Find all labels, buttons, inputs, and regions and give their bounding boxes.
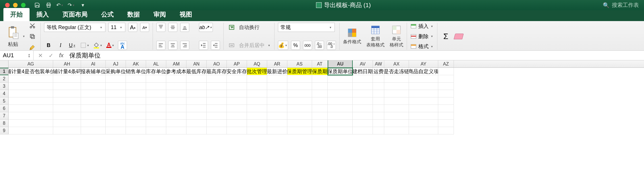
cell-AM7[interactable] xyxy=(166,112,186,120)
align-top-button[interactable] xyxy=(156,23,165,32)
cell-AR1[interactable]: 最新进价 xyxy=(267,68,287,75)
cell-AQ3[interactable] xyxy=(247,83,267,90)
cell-AM6[interactable] xyxy=(166,105,186,112)
clear-button[interactable] xyxy=(454,32,463,41)
cell-AN4[interactable] xyxy=(186,90,207,97)
cell-AP4[interactable] xyxy=(227,90,247,97)
delete-cells-button[interactable]: 删除▾ xyxy=(410,33,434,40)
cell-AW8[interactable] xyxy=(373,120,384,127)
column-header-AR[interactable]: AR xyxy=(267,60,287,67)
column-header-AT[interactable]: AT xyxy=(312,60,328,67)
column-header-AW[interactable]: AW xyxy=(373,60,384,67)
cell-AL1[interactable]: 库存单位 xyxy=(146,68,166,75)
name-box-stepper[interactable]: ▲▼ xyxy=(28,53,30,58)
cell-AY2[interactable] xyxy=(409,75,438,83)
cell-AS9[interactable] xyxy=(287,127,312,134)
column-header-AJ[interactable]: AJ xyxy=(106,60,126,67)
cell-AP5[interactable] xyxy=(227,97,247,105)
column-header-AV[interactable]: AV xyxy=(353,60,373,67)
merge-dropdown[interactable]: ▾ xyxy=(267,44,271,47)
cell-AP3[interactable] xyxy=(227,83,247,90)
underline-button[interactable]: U▾ xyxy=(68,41,77,50)
column-header-AL[interactable]: AL xyxy=(146,60,166,67)
font-name-select[interactable]: 等线 Regular (正文)▾ xyxy=(44,23,105,32)
cell-AQ5[interactable] xyxy=(247,97,267,105)
cell-AN5[interactable] xyxy=(186,97,207,105)
copy-button[interactable] xyxy=(28,32,37,41)
number-format-select[interactable]: 常规▾ xyxy=(278,23,335,32)
cell-AK9[interactable] xyxy=(126,127,146,134)
cell-AX2[interactable] xyxy=(384,75,409,83)
cell-AX8[interactable] xyxy=(384,120,409,127)
search-box[interactable]: 🔍 搜索工作表 xyxy=(598,1,644,9)
cell-AL7[interactable] xyxy=(146,112,166,120)
cell-AP2[interactable] xyxy=(227,75,247,83)
minimize-window-button[interactable] xyxy=(13,3,18,7)
cell-AQ6[interactable] xyxy=(247,105,267,112)
paste-button[interactable]: 粘贴 xyxy=(6,25,20,48)
cell-AK4[interactable] xyxy=(126,90,146,97)
tab-公式[interactable]: 公式 xyxy=(94,8,121,21)
currency-button[interactable]: 💰▾ xyxy=(278,41,288,50)
cell-AO2[interactable] xyxy=(207,75,227,83)
cell-AV3[interactable] xyxy=(353,83,373,90)
column-header-AG[interactable]: AG xyxy=(9,60,53,67)
align-center-button[interactable] xyxy=(168,41,177,50)
cell-AS5[interactable] xyxy=(287,97,312,105)
spreadsheet-grid[interactable]: AGAHAIAJAKALAMANAOAPAQARASATAUAVAWAXAYAZ… xyxy=(0,60,644,134)
cell-AT4[interactable] xyxy=(312,90,328,97)
wrap-text-icon[interactable] xyxy=(227,23,236,32)
cell-AO8[interactable] xyxy=(207,120,227,127)
cell-AI5[interactable] xyxy=(81,97,106,105)
cell-AU6[interactable] xyxy=(328,105,353,112)
cell-AP7[interactable] xyxy=(227,112,247,120)
cell-AR6[interactable] xyxy=(267,105,287,112)
cell-AJ3[interactable] xyxy=(106,83,126,90)
cell-AR7[interactable] xyxy=(267,112,287,120)
cell-AS8[interactable] xyxy=(287,120,312,127)
cell-AX9[interactable] xyxy=(384,127,409,134)
cell-AU4[interactable] xyxy=(328,90,353,97)
wrap-text-label[interactable]: 自动换行 xyxy=(239,24,259,31)
cell-AV5[interactable] xyxy=(353,97,373,105)
column-header-AH[interactable]: AH xyxy=(53,60,81,67)
cell-AX7[interactable] xyxy=(384,112,409,120)
row-header-3[interactable]: 3 xyxy=(0,83,9,90)
cell-AT3[interactable] xyxy=(312,83,328,90)
cell-AN8[interactable] xyxy=(186,120,207,127)
cell-AT8[interactable] xyxy=(312,120,328,127)
column-header-AK[interactable]: AK xyxy=(126,60,146,67)
cell-AG1[interactable]: 辅计量4是否包装单位 xyxy=(9,68,53,75)
cell-AM9[interactable] xyxy=(166,127,186,134)
cell-AN3[interactable] xyxy=(186,83,207,90)
column-header-AX[interactable]: AX xyxy=(384,60,409,67)
redo-icon[interactable]: ↷▾ xyxy=(68,2,74,8)
row-header-2[interactable]: 2 xyxy=(0,75,9,83)
cell-AR3[interactable] xyxy=(267,83,287,90)
cell-AS1[interactable]: 保质期管理 xyxy=(287,68,312,75)
cell-AJ8[interactable] xyxy=(106,120,126,127)
cell-AL9[interactable] xyxy=(146,127,166,134)
cell-AK8[interactable] xyxy=(126,120,146,127)
format-as-table-button[interactable]: 套用 表格格式 xyxy=(366,25,385,48)
cell-AW1[interactable]: 运费 xyxy=(373,68,384,75)
cell-AT6[interactable] xyxy=(312,105,328,112)
decrease-font-button[interactable]: A▾ xyxy=(140,23,149,32)
column-header-AO[interactable]: AO xyxy=(207,60,227,67)
zoom-window-button[interactable] xyxy=(21,3,26,7)
cell-AR4[interactable] xyxy=(267,90,287,97)
cell-AU1[interactable]: 保质期单位 xyxy=(328,68,353,75)
cell-AJ4[interactable] xyxy=(106,90,126,97)
cell-AW6[interactable] xyxy=(373,105,384,112)
align-bottom-button[interactable] xyxy=(180,23,189,32)
tab-审阅[interactable]: 审阅 xyxy=(147,8,173,21)
cell-AN7[interactable] xyxy=(186,112,207,120)
column-header-AN[interactable]: AN xyxy=(186,60,207,67)
save-icon[interactable] xyxy=(34,2,40,8)
column-header-AU[interactable]: AU xyxy=(328,60,353,67)
cell-AZ3[interactable] xyxy=(438,83,454,90)
cell-AL4[interactable] xyxy=(146,90,166,97)
align-middle-button[interactable] xyxy=(168,23,177,32)
cell-AJ9[interactable] xyxy=(106,127,126,134)
cell-AI6[interactable] xyxy=(81,105,106,112)
